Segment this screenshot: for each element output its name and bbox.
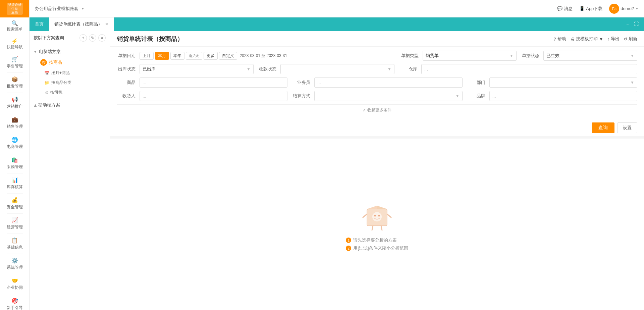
payment-status-select[interactable]: ▼	[280, 64, 394, 74]
sidebar-item-inventory[interactable]: 📊 库存核算	[7, 173, 23, 194]
sidebar-item-operation[interactable]: 📈 经营管理	[7, 214, 23, 234]
sidebar-label-enterprise: 企业协同	[7, 285, 23, 291]
right-panel: 销货单统计表（按商品） ? 帮助 🖨 按模板打印 ▼ ↑ 导出	[110, 31, 644, 310]
logo-text: 畅捷通好生意 标版	[7, 3, 23, 15]
tab-sales-stats-label: 销货单统计表（按商品）	[54, 21, 102, 27]
recipient-input[interactable]: ...	[140, 91, 287, 101]
tree-item-by-category[interactable]: 📁 按商品分类	[30, 78, 110, 88]
sidebar-item-basic[interactable]: 📋 基础信息	[7, 234, 23, 254]
date-btn-this-year[interactable]: 本年	[170, 52, 184, 60]
sidebar-item-purchase[interactable]: 🛍️ 采购管理	[7, 153, 23, 173]
sidebar-label-inventory: 库存核算	[7, 184, 23, 190]
collapse-panel-btn[interactable]: «	[98, 34, 106, 42]
empty-illustration	[360, 197, 394, 232]
tree-item-by-product[interactable]: 按 按商品	[30, 57, 110, 68]
date-btn-more[interactable]: 更多	[204, 52, 218, 60]
stock-status-select[interactable]: 已出库 ▼	[140, 64, 254, 74]
tree-mobile-label: 移动端方案	[38, 102, 60, 108]
app-download-btn[interactable]: 📱 App下载	[579, 6, 602, 12]
brand-input[interactable]: ...	[489, 91, 637, 101]
query-btn[interactable]: 查询	[592, 122, 614, 133]
sidebar-label-purchase: 采购管理	[7, 164, 23, 170]
warehouse-input[interactable]: ...	[421, 64, 637, 74]
tab-close-icon[interactable]: ✕	[105, 22, 108, 27]
header-left: 办公用品行业模拟账套 ▼	[35, 6, 85, 12]
sidebar-item-enterprise[interactable]: 🤝 企业协同	[7, 274, 23, 294]
doc-status-select[interactable]: 已生效 ▼	[543, 51, 637, 61]
tree-item-by-cashier[interactable]: 🖨 按司机	[30, 88, 110, 97]
date-btn-last-month[interactable]: 上月	[140, 52, 154, 60]
left-panel-actions: + ✎ «	[79, 34, 106, 42]
tab-sales-stats[interactable]: 销货单统计表（按商品） ✕	[49, 17, 114, 31]
sidebar-icon-ecommerce: 🌐	[11, 137, 18, 143]
doc-type-select[interactable]: 销货单 ▼	[423, 51, 517, 61]
sidebar-item-sales[interactable]: 💼 销售管理	[7, 113, 23, 133]
maximize-btn[interactable]: ⛶	[634, 21, 639, 27]
product-input[interactable]: ...	[140, 78, 287, 88]
industry-dropdown-arrow[interactable]: ▼	[81, 7, 85, 10]
date-btn-custom[interactable]: 自定义	[219, 52, 237, 60]
tree-pc-header[interactable]: ▼ 电脑端方案	[30, 47, 110, 57]
sidebar-icon-basic: 📋	[11, 237, 18, 244]
filter-area: 单据日期 上月 本月 本年 近7天 更多 自定义 2023-03-01 至 20…	[110, 47, 644, 120]
collapse-bar[interactable]: ∧ 收起更多条件	[117, 104, 637, 116]
settlement-select[interactable]: ▼	[314, 91, 462, 101]
tree-pc-group: ▼ 电脑端方案 按 按商品 📅 按月+商品 📁 按商品分类 🖨 按司机	[30, 45, 110, 99]
collapse-icon: ∧	[363, 108, 366, 112]
sidebar-item-retail[interactable]: 🛒 零售管理	[7, 53, 23, 73]
sidebar-item-marketing[interactable]: 📢 营销推广	[7, 93, 23, 113]
settings-btn[interactable]: 设置	[617, 122, 637, 133]
edit-scheme-btn[interactable]: ✎	[89, 34, 96, 42]
sidebar-icon-operation: 📈	[11, 217, 18, 223]
help-btn[interactable]: ? 帮助	[553, 36, 566, 42]
dept-select[interactable]: ▼	[489, 78, 637, 88]
empty-hint-1: 1 请先选择要分析的方案	[346, 237, 408, 243]
sidebar-item-wholesale[interactable]: 📦 批发管理	[7, 73, 23, 93]
user-menu[interactable]: Ea demo2 ▼	[609, 4, 639, 14]
sidebar-logo: 畅捷通好生意 标版	[0, 0, 30, 17]
staff-input[interactable]: ...	[314, 78, 462, 88]
user-dropdown-arrow: ▼	[635, 7, 639, 10]
filter-row-3: 商品 ... 业务员 ... 部门 ▼	[117, 78, 637, 88]
tree-mobile-header[interactable]: ▶ 移动端方案	[30, 100, 110, 110]
print-dropdown[interactable]: ▼	[599, 37, 603, 42]
date-btn-last7[interactable]: 近7天	[186, 52, 202, 60]
minimize-btn[interactable]: －	[625, 21, 630, 27]
refresh-btn[interactable]: ↺ 刷新	[624, 36, 637, 42]
tab-home-label: 首页	[35, 21, 44, 27]
sidebar-item-ecommerce[interactable]: 🌐 电商管理	[7, 133, 23, 153]
sidebar-item-system[interactable]: ⚙️ 系统管理	[7, 254, 23, 274]
messages-btn[interactable]: 💬 消息	[557, 6, 573, 12]
add-scheme-btn[interactable]: +	[79, 34, 87, 42]
template-print-btn[interactable]: 🖨 按模板打印 ▼	[570, 36, 603, 42]
sidebar-icon-system: ⚙️	[11, 257, 18, 264]
sidebar-item-finance[interactable]: 💰 资金管理	[7, 194, 23, 214]
sidebar-icon-inventory: 📊	[11, 177, 18, 183]
date-control: 上月 本月 本年 近7天 更多 自定义 2023-03-01 至 2023-03…	[140, 52, 396, 60]
sidebar-search[interactable]: 🔍 搜索菜单	[0, 17, 29, 35]
export-icon: ↑	[607, 37, 610, 42]
filter-row-1: 单据日期 上月 本月 本年 近7天 更多 自定义 2023-03-01 至 20…	[117, 51, 637, 61]
tree-sub-icon-3: 🖨	[44, 90, 48, 95]
sidebar-item-newbie[interactable]: 🎯 新手引导	[7, 294, 23, 310]
tree-item-by-month-product[interactable]: 📅 按月+商品	[30, 68, 110, 78]
section-divider	[110, 136, 644, 139]
settlement-arrow: ▼	[455, 94, 460, 98]
tab-home[interactable]: 首页	[30, 17, 49, 31]
payment-status-arrow: ▼	[387, 67, 391, 71]
stock-status-arrow: ▼	[247, 67, 251, 71]
user-avatar: Ea	[609, 4, 619, 14]
date-btn-this-month[interactable]: 本月	[155, 52, 169, 60]
filter-row-4: 收货人 ... 结算方式 ▼ 品牌 ...	[117, 91, 637, 101]
doc-status-arrow: ▼	[630, 53, 634, 58]
staff-dots: ...	[317, 80, 321, 85]
empty-hint-2: 2 用[过滤]条件来缩小分析范围	[346, 245, 408, 251]
window-controls: － ⛶	[625, 21, 644, 27]
sidebar-icon-wholesale: 📦	[11, 76, 18, 83]
sidebar-label-sales: 销售管理	[7, 124, 23, 130]
left-panel-title: 按以下方案查询	[34, 35, 64, 41]
export-btn[interactable]: ↑ 导出	[607, 36, 620, 42]
quick-nav[interactable]: ⚡ 快捷导航	[0, 35, 29, 53]
empty-text: 1 请先选择要分析的方案 2 用[过滤]条件来缩小分析范围	[346, 237, 408, 251]
warehouse-label: 仓库	[398, 66, 417, 72]
